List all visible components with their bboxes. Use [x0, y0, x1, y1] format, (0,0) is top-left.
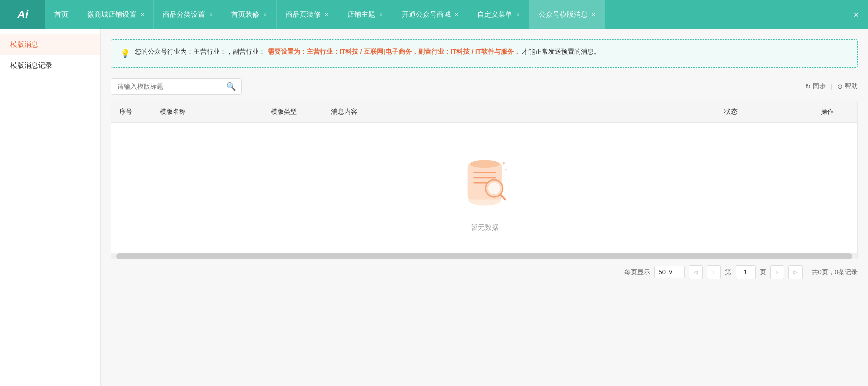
close-tab-theme[interactable]: × [379, 11, 383, 18]
scrollbar-thumb[interactable] [116, 253, 852, 259]
page-total-label: 共0页，0条记录 [812, 268, 858, 277]
nav-tab-mall[interactable]: 开通公众号商城 × [392, 0, 468, 29]
svg-point-1 [470, 160, 500, 167]
page-label-suf: 页 [760, 268, 766, 277]
col-header-name: 模版名称 [152, 101, 262, 122]
sync-button[interactable]: ↻ 同步 [805, 82, 826, 91]
help-label: 帮助 [845, 82, 858, 91]
toolbar: 🔍 ↻ 同步 | ⊙ 帮助 [111, 78, 858, 95]
data-table: 序号 模版名称 模版类型 消息内容 状态 操作 [111, 101, 858, 259]
empty-state-icon: ✦ ✦ [454, 153, 515, 213]
close-tab-home-decor[interactable]: × [263, 11, 267, 18]
sidebar-item-template-msg[interactable]: 模版消息 [0, 34, 100, 55]
close-tab-store-settings[interactable]: × [141, 11, 144, 18]
page-size-chevron-icon: ∨ [668, 268, 673, 276]
nav-tab-mall-label: 开通公众号商城 [402, 10, 451, 19]
nav-tab-list: 首页 微商城店铺设置 × 商品分类设置 × 首页装修 × 商品页装修 × 店铺主… [45, 0, 844, 29]
col-header-status: 状态 [716, 101, 797, 122]
nav-tab-home-decor-label: 首页装修 [231, 10, 259, 19]
pagination: 每页显示 50 ∨ ⊲ ‹ 第 页 › ⊳ 共0页，0条记录 [111, 259, 858, 285]
prev-page-button[interactable]: ‹ [707, 265, 721, 279]
toolbar-divider: | [831, 83, 832, 90]
col-header-type: 模版类型 [262, 101, 323, 122]
close-tab-category[interactable]: × [209, 11, 213, 18]
page-size-select[interactable]: 50 ∨ [654, 266, 685, 278]
nav-tab-theme-label: 店铺主题 [347, 10, 375, 19]
nav-tab-custom-menu[interactable]: 自定义菜单 × [468, 0, 529, 29]
nav-tab-home-label: 首页 [54, 10, 69, 19]
nav-tab-store-settings[interactable]: 微商城店铺设置 × [78, 0, 154, 29]
toolbar-right: ↻ 同步 | ⊙ 帮助 [805, 82, 858, 91]
close-all-tabs-button[interactable]: × [844, 0, 868, 29]
close-tab-custom-menu[interactable]: × [516, 11, 520, 18]
current-page-input[interactable] [736, 265, 756, 279]
main-layout: 模版消息 模版消息记录 💡 您的公众号行业为：主营行业：，副营行业： 需要设置为… [0, 29, 868, 386]
search-input[interactable] [111, 79, 221, 94]
search-button[interactable]: 🔍 [221, 82, 241, 91]
top-navigation: Ai 首页 微商城店铺设置 × 商品分类设置 × 首页装修 × 商品页装修 × … [0, 0, 868, 29]
next-page-button[interactable]: › [770, 265, 784, 279]
nav-tab-category-label: 商品分类设置 [163, 10, 205, 19]
col-header-seq: 序号 [111, 101, 152, 122]
app-logo: Ai [0, 0, 45, 29]
col-header-content: 消息内容 [323, 101, 716, 122]
nav-tab-custom-menu-label: 自定义菜单 [477, 10, 512, 19]
horizontal-scrollbar[interactable] [111, 253, 857, 259]
page-label-pre: 第 [725, 268, 731, 277]
nav-tab-home-decor[interactable]: 首页装修 × [222, 0, 277, 29]
nav-tab-category[interactable]: 商品分类设置 × [154, 0, 222, 29]
close-tab-product-decor[interactable]: × [325, 11, 328, 18]
sync-label: 同步 [813, 82, 826, 91]
svg-text:✦: ✦ [501, 160, 506, 167]
nav-tab-template-msg[interactable]: 公众号模版消息 × [529, 0, 605, 29]
svg-text:✦: ✦ [504, 168, 507, 172]
empty-state: ✦ ✦ 暂无数据 [111, 123, 857, 253]
sync-icon: ↻ [805, 83, 811, 90]
notice-icon: 💡 [120, 47, 130, 60]
help-button[interactable]: ⊙ 帮助 [837, 82, 858, 91]
col-header-action: 操作 [797, 101, 857, 122]
close-tab-template-msg[interactable]: × [592, 11, 595, 18]
help-icon: ⊙ [837, 83, 843, 90]
search-box: 🔍 [111, 78, 242, 95]
page-size-label: 每页显示 [624, 268, 650, 277]
sidebar: 模版消息 模版消息记录 [0, 29, 101, 386]
nav-tab-home[interactable]: 首页 [45, 0, 78, 29]
notice-box: 💡 您的公众号行业为：主营行业：，副营行业： 需要设置为：主营行业：IT科技 /… [111, 39, 858, 68]
close-tab-mall[interactable]: × [455, 11, 458, 18]
last-page-button[interactable]: ⊳ [788, 265, 803, 279]
svg-point-6 [488, 182, 500, 194]
table-header: 序号 模版名称 模版类型 消息内容 状态 操作 [111, 101, 857, 123]
notice-text: 您的公众号行业为：主营行业：，副营行业： 需要设置为：主营行业：IT科技 / 互… [135, 47, 848, 57]
nav-tab-theme[interactable]: 店铺主题 × [338, 0, 392, 29]
nav-tab-product-decor-label: 商品页装修 [286, 10, 321, 19]
first-page-button[interactable]: ⊲ [689, 265, 703, 279]
nav-tab-product-decor[interactable]: 商品页装修 × [277, 0, 338, 29]
nav-tab-template-msg-label: 公众号模版消息 [539, 10, 588, 19]
nav-tab-store-settings-label: 微商城店铺设置 [87, 10, 137, 19]
content-area: 💡 您的公众号行业为：主营行业：，副营行业： 需要设置为：主营行业：IT科技 /… [101, 29, 868, 386]
page-size-value: 50 [659, 268, 666, 276]
sidebar-item-template-msg-record[interactable]: 模版消息记录 [0, 55, 100, 76]
empty-state-text: 暂无数据 [471, 223, 499, 233]
